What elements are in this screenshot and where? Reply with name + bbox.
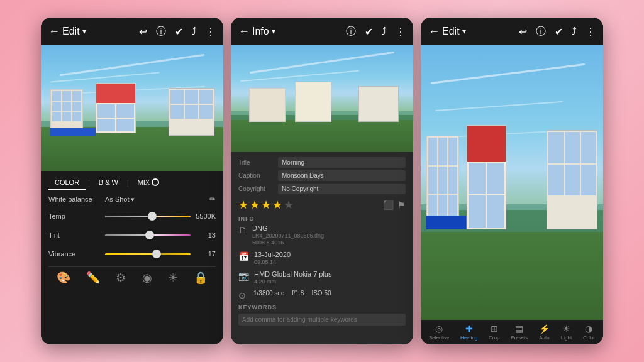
wb-label: White balance (48, 195, 105, 203)
center-check-icon[interactable]: ✔ (365, 26, 373, 38)
tint-value: 13 (191, 231, 216, 239)
left-title-dropdown[interactable]: ▾ (82, 27, 86, 36)
center-share-icon[interactable]: ⤴ (382, 26, 387, 37)
right-check-icon[interactable]: ✔ (555, 26, 563, 38)
left-share-icon[interactable]: ⤴ (192, 26, 197, 37)
right-bottom-bar: ◎ Selective ✚ Healing ⊞ Crop ▤ Presets ⚡ (421, 320, 603, 344)
center-info-icon[interactable]: ⓘ (346, 25, 356, 38)
center-panel-title: Info (252, 26, 269, 37)
file-dims: 5008 × 4016 (252, 239, 324, 246)
star-1[interactable]: ★ (238, 198, 248, 212)
wb-edit-icon[interactable]: ✏ (209, 195, 216, 204)
right-panel: ← Edit ▾ ↩ ⓘ ✔ ⤴ ⋮ (421, 18, 603, 344)
auto-icon: ⚡ (539, 324, 550, 334)
left-header: ← Edit ▾ ↩ ⓘ ✔ ⤴ ⋮ (41, 18, 223, 45)
center-header-actions: ⓘ ✔ ⤴ ⋮ (346, 25, 406, 38)
star-rating[interactable]: ★ ★ ★ ★ ★ (238, 198, 294, 212)
camera-icon: 📷 (238, 271, 249, 281)
file-icon: 🗋 (238, 225, 247, 235)
copyright-label: Copyright (238, 185, 273, 192)
keywords-section-label: KEYWORDS (238, 304, 406, 310)
temp-control: Temp 5500K (48, 210, 216, 222)
aperture-value: f/1.8 (292, 290, 304, 300)
panels-container: ← Edit ▾ ↩ ⓘ ✔ ⤴ ⋮ (0, 0, 644, 362)
center-header: ← Info ▾ ⓘ ✔ ⤴ ⋮ (231, 18, 413, 45)
keywords-input[interactable] (238, 314, 406, 326)
selective-label: Selective (429, 335, 449, 341)
star-3[interactable]: ★ (261, 198, 271, 212)
light-icon: ☀ (562, 324, 570, 334)
date-info-item: 📅 13-Jul-2020 09:05:14 (238, 251, 406, 265)
left-back-button[interactable]: ← (48, 25, 60, 38)
right-share-icon[interactable]: ⤴ (572, 26, 577, 37)
date-content: 13-Jul-2020 09:05:14 (254, 251, 291, 265)
center-more-icon[interactable]: ⋮ (396, 26, 406, 38)
temp-slider[interactable] (105, 210, 191, 222)
vibrance-slider[interactable] (105, 248, 191, 260)
right-panel-title: Edit (442, 26, 460, 37)
star-4[interactable]: ★ (272, 198, 282, 212)
rating-row: ★ ★ ★ ★ ★ ⬛ ⚑ (238, 198, 406, 212)
tint-label: Tint (48, 231, 105, 239)
wb-select[interactable]: As Shot ▾ (105, 195, 135, 204)
camera-model: HMD Global Nokia 7 plus (254, 270, 332, 278)
right-back-button[interactable]: ← (428, 25, 440, 38)
tab-bw[interactable]: B & W (92, 176, 125, 190)
right-title-dropdown[interactable]: ▾ (462, 27, 466, 36)
caption-value[interactable]: Monsoon Days (278, 170, 406, 181)
left-info-icon[interactable]: ⓘ (156, 25, 166, 38)
center-title-dropdown[interactable]: ▾ (272, 27, 275, 36)
presets-icon: ▤ (515, 324, 523, 334)
tab-crop[interactable]: ⊞ Crop (489, 324, 499, 341)
file-info-item: 🗋 DNG LR4_20200711_080506.dng 5008 × 401… (238, 224, 406, 246)
title-value[interactable]: Morning (278, 157, 406, 168)
file-type: DNG (252, 224, 324, 232)
left-check-icon[interactable]: ✔ (175, 26, 183, 38)
tab-mix[interactable]: MIX (131, 176, 166, 190)
star-2[interactable]: ★ (250, 198, 260, 212)
auto-label: Auto (539, 335, 549, 341)
tab-presets[interactable]: ▤ Presets (511, 324, 528, 341)
tint-slider[interactable] (105, 229, 191, 241)
bottom-icon-sun[interactable]: ☀ (168, 271, 178, 285)
left-more-icon[interactable]: ⋮ (206, 26, 216, 38)
flag-icon[interactable]: ⚑ (397, 200, 406, 210)
reject-flag[interactable]: ⬛ (383, 200, 394, 210)
color-icon: ◑ (585, 324, 592, 334)
bottom-icon-color[interactable]: 🎨 (57, 271, 70, 285)
tab-healing[interactable]: ✚ Healing (460, 324, 477, 341)
date-value: 13-Jul-2020 (254, 251, 291, 258)
bottom-icon-lock[interactable]: 🔒 (194, 271, 208, 285)
tab-light[interactable]: ☀ Light (561, 324, 572, 341)
color-label: Color (583, 335, 595, 341)
center-back-button[interactable]: ← (238, 25, 250, 38)
tab-auto[interactable]: ⚡ Auto (539, 324, 550, 341)
temp-label: Temp (48, 212, 105, 220)
left-undo-icon[interactable]: ↩ (139, 26, 147, 38)
center-photo (231, 45, 413, 152)
tab-color[interactable]: COLOR (48, 176, 86, 190)
bottom-icon-circle[interactable]: ◉ (142, 271, 152, 285)
right-header-actions: ↩ ⓘ ✔ ⤴ ⋮ (519, 25, 596, 38)
crop-icon: ⊞ (491, 324, 498, 334)
tab-color[interactable]: ◑ Color (583, 324, 595, 341)
right-header-title-group: ← Edit ▾ (428, 25, 519, 38)
vibrance-value: 17 (191, 250, 216, 258)
info-details: Title Morning Caption Monsoon Days Copyr… (231, 152, 413, 344)
bottom-icon-tool[interactable]: ⚙ (116, 271, 126, 285)
right-undo-icon[interactable]: ↩ (519, 26, 527, 38)
title-field-row: Title Morning (238, 157, 406, 168)
bottom-icon-edit[interactable]: ✏️ (86, 271, 100, 285)
right-more-icon[interactable]: ⋮ (586, 26, 596, 38)
right-info-icon[interactable]: ⓘ (536, 25, 546, 38)
calendar-icon: 📅 (238, 251, 249, 261)
time-value: 09:05:14 (254, 259, 291, 265)
caption-label: Caption (238, 172, 273, 179)
tab-selective[interactable]: ◎ Selective (429, 324, 449, 341)
white-balance-control: White balance As Shot ▾ ✏ (48, 195, 216, 204)
left-edit-controls: COLOR | B & W | MIX White balance As Sho… (41, 171, 223, 344)
healing-icon: ✚ (465, 324, 473, 334)
right-header: ← Edit ▾ ↩ ⓘ ✔ ⤴ ⋮ (421, 18, 603, 45)
copyright-value[interactable]: No Copyright (278, 184, 406, 194)
star-5[interactable]: ★ (284, 198, 294, 212)
